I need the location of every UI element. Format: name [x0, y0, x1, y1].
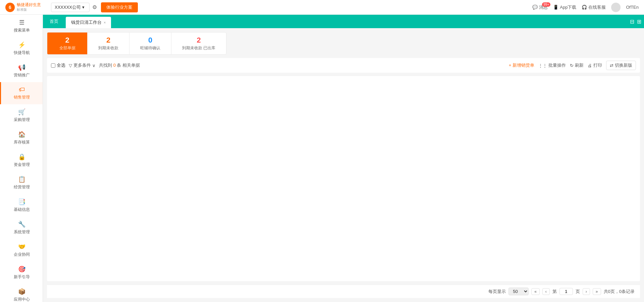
main-layout: ☰ 搜索菜单 ⚡ 快捷导航 📢 营销推广 🏷 销售管理 🛒 采购管理 🏠 库存核…: [0, 15, 644, 302]
main-content: 首页 钱货日清工作台 × ⊟ ⊞ 2 全部单据 2 到期未收款 0 旺辅待确认 …: [43, 15, 644, 302]
sidebar-item-cooperation[interactable]: 🤝 企业协同: [0, 239, 43, 261]
page-label: 第: [552, 289, 557, 295]
stats-tabs: 2 全部单据 2 到期未收款 0 旺辅待确认 2 到期未收款 已出库: [47, 32, 226, 55]
online-service-button[interactable]: 🎧 在线客服: [582, 4, 606, 10]
app-download-label: App下载: [560, 4, 576, 10]
app-version: 标准版: [17, 7, 41, 12]
select-all-checkbox[interactable]: 全选: [51, 62, 65, 68]
stats-num-0: 2: [65, 36, 69, 45]
add-sales-order-button[interactable]: + 新增销货单: [509, 62, 534, 68]
tab-label: 钱货日清工作台: [71, 19, 102, 25]
pagination: 每页显示 50 100 200 « ‹ 第 页 › » 共0页，0条记录: [47, 285, 640, 298]
app-download-button[interactable]: 📱 App下载: [553, 4, 576, 10]
stats-label-2: 旺辅待确认: [140, 45, 160, 51]
app-center-icon: 📦: [18, 288, 25, 295]
messages-button[interactable]: 💬 消息 99+: [532, 4, 548, 10]
toolbar: 全选 ▽ 更多条件 ∨ 共找到 0 条 相关单据 + 新增销货单: [47, 58, 640, 73]
stats-tab-1[interactable]: 2 到期未收款: [88, 33, 129, 54]
stats-tab-0[interactable]: 2 全部单据: [47, 33, 88, 54]
count-unit: 条: [117, 63, 121, 68]
username: OfTEn: [626, 5, 639, 10]
filter-label: 更多条件: [73, 62, 91, 68]
sidebar-item-basic-info[interactable]: 📑 基础信息: [0, 194, 43, 217]
top-bar: 6 畅捷通好生意 标准版 XXXXXX公司 ▾ ⚙ 体验行业方案 💬 消息 99…: [0, 0, 644, 15]
sidebar-item-purchase[interactable]: 🛒 采购管理: [0, 104, 43, 127]
sidebar-item-label: 基础信息: [14, 207, 30, 213]
page-number-input[interactable]: [559, 288, 573, 295]
per-page-select[interactable]: 50 100 200: [508, 288, 529, 295]
finance-icon: 🔒: [18, 153, 25, 161]
page-content: 2 全部单据 2 到期未收款 0 旺辅待确认 2 到期未收款 已出库 全选 ▽ …: [43, 28, 644, 302]
count-text: 共找到 0 条 相关单据: [99, 62, 140, 68]
active-tab[interactable]: 钱货日清工作台 ×: [66, 17, 111, 28]
sidebar-item-app-center[interactable]: 📦 应用中心: [0, 284, 43, 302]
sidebar-item-label: 系统管理: [14, 229, 30, 235]
table-area: [47, 76, 640, 281]
service-icon: 🎧: [582, 5, 587, 10]
sidebar-item-label: 营销推广: [14, 72, 30, 78]
sidebar-item-inventory[interactable]: 🏠 库存核算: [0, 127, 43, 149]
chevron-down-icon: ▾: [82, 5, 85, 10]
per-page-label: 每页显示: [488, 289, 506, 295]
online-service-label: 在线客服: [588, 4, 606, 10]
switch-label: 切换新版: [615, 62, 632, 68]
filter-icon: ▽: [69, 63, 72, 68]
select-all-input[interactable]: [51, 63, 55, 68]
next-page-button[interactable]: ›: [583, 288, 590, 295]
system-icon: 🔧: [18, 221, 25, 228]
sales-icon: 🏷: [19, 86, 25, 93]
batch-operation-button[interactable]: ⋮⋮ 批量操作: [538, 62, 566, 68]
prev-page-button[interactable]: ‹: [542, 288, 550, 295]
refresh-button[interactable]: ↻ 刷新: [570, 62, 584, 68]
sidebar-item-sales[interactable]: 🏷 销售管理: [0, 82, 43, 104]
company-selector[interactable]: XXXXXX公司 ▾: [51, 3, 90, 12]
sidebar-item-system[interactable]: 🔧 系统管理: [0, 217, 43, 239]
sidebar-item-operations[interactable]: 📋 经营管理: [0, 172, 43, 194]
last-page-button[interactable]: »: [593, 288, 601, 295]
stats-num-2: 0: [148, 36, 152, 45]
total-records: 共0页，0条记录: [604, 289, 635, 295]
sidebar-item-finance[interactable]: 🔒 资金管理: [0, 149, 43, 172]
print-button[interactable]: 🖨 打印: [588, 62, 602, 68]
avatar[interactable]: [611, 3, 621, 12]
messages-badge: 99+: [542, 2, 550, 7]
purchase-icon: 🛒: [18, 108, 25, 116]
marketing-icon: 📢: [18, 64, 25, 71]
batch-label: 批量操作: [548, 62, 566, 68]
tab-bar: 首页 钱货日清工作台 × ⊟ ⊞: [43, 15, 644, 28]
guide-icon: 🎯: [18, 265, 25, 273]
settings-button[interactable]: ⚙: [92, 4, 97, 10]
download-icon: 📱: [553, 5, 558, 10]
stats-num-3: 2: [197, 36, 201, 45]
switch-version-button[interactable]: ⇄ 切换新版: [606, 61, 636, 70]
app-name: 畅捷通好生意: [17, 2, 41, 8]
top-right-actions: 💬 消息 99+ 📱 App下载 🎧 在线客服 OfTEn: [532, 3, 639, 12]
stats-num-1: 2: [106, 36, 110, 45]
sidebar-item-label: 搜索菜单: [14, 27, 30, 33]
search-menu-icon: ☰: [19, 19, 24, 26]
trial-button[interactable]: 体验行业方案: [101, 2, 138, 12]
sidebar-item-marketing[interactable]: 📢 营销推广: [0, 60, 43, 82]
page-suffix: 页: [576, 289, 580, 295]
filter-button[interactable]: ▽ 更多条件 ∨: [69, 62, 96, 68]
stats-tab-2[interactable]: 0 旺辅待确认: [129, 33, 171, 54]
stats-tab-3[interactable]: 2 到期未收款 已出库: [171, 33, 226, 54]
tab-close-button[interactable]: ×: [104, 20, 106, 24]
sidebar-item-label: 库存核算: [14, 139, 30, 145]
home-tab[interactable]: 首页: [43, 15, 65, 28]
print-label: 打印: [593, 62, 602, 68]
refresh-icon: ↻: [570, 63, 574, 68]
message-icon: 💬: [532, 5, 538, 10]
sidebar-item-quick-nav[interactable]: ⚡ 快捷导航: [0, 37, 43, 60]
sidebar-item-search-menu[interactable]: ☰ 搜索菜单: [0, 15, 43, 37]
sidebar-item-guide[interactable]: 🎯 新手引导: [0, 261, 43, 284]
minimize-button[interactable]: ⊟: [630, 18, 634, 25]
sidebar-item-label: 快捷导航: [14, 50, 30, 56]
print-icon: 🖨: [588, 63, 592, 68]
maximize-button[interactable]: ⊞: [637, 18, 641, 25]
sidebar-item-label: 经营管理: [14, 184, 30, 190]
sidebar-item-label: 新手引导: [14, 274, 30, 280]
first-page-button[interactable]: «: [531, 288, 540, 295]
filter-chevron-icon: ∨: [92, 63, 96, 68]
company-name: XXXXXX公司: [55, 4, 81, 10]
